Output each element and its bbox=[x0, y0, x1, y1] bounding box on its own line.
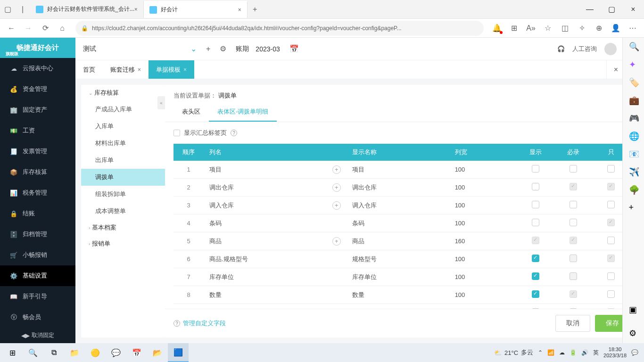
settings-icon[interactable]: ⚙ bbox=[629, 328, 638, 337]
battery-icon[interactable]: 🔋 bbox=[570, 349, 577, 356]
sidebar-item-invoice[interactable]: 🧾发票管理 bbox=[0, 141, 75, 162]
subnav-item[interactable]: 调拨单 bbox=[81, 169, 165, 186]
add-column-button[interactable]: + bbox=[332, 165, 341, 174]
avatar[interactable] bbox=[604, 43, 617, 55]
notifications-icon[interactable]: 💬 bbox=[631, 349, 638, 356]
home-button[interactable]: ⌂ bbox=[55, 21, 70, 36]
extensions-icon[interactable]: ⊞ bbox=[506, 21, 521, 36]
task-view-button[interactable]: ⧉ bbox=[43, 343, 64, 362]
url-bar[interactable]: 🔒 https://cloud2.chanjet.com/accounting/… bbox=[75, 21, 484, 36]
search-icon[interactable]: 🔍 bbox=[629, 41, 638, 51]
org-selector[interactable]: 测试 bbox=[83, 45, 96, 53]
new-tab-button[interactable]: + bbox=[248, 1, 263, 18]
add-column-button[interactable]: + bbox=[332, 237, 341, 246]
width-cell[interactable]: 100 bbox=[449, 197, 517, 214]
subtab-body[interactable]: 表体区-调拨单明细 bbox=[209, 103, 277, 122]
weather-widget[interactable]: ⛅ 21°C 多云 bbox=[494, 348, 533, 357]
sidebar-unpin[interactable]: ◀▶ 取消固定 bbox=[0, 328, 75, 343]
refresh-button[interactable]: ⟳ bbox=[38, 21, 53, 36]
folder-app-icon[interactable]: 📂 bbox=[147, 343, 168, 362]
close-icon[interactable]: × bbox=[134, 6, 138, 13]
games-icon[interactable]: 🎮 bbox=[629, 113, 638, 123]
chrome-app-icon[interactable]: 🟡 bbox=[85, 343, 106, 362]
cancel-button[interactable]: 取消 bbox=[555, 315, 590, 332]
dispname-cell[interactable]: 调入仓库 bbox=[347, 197, 449, 214]
subnav-item[interactable]: 出库单 bbox=[81, 152, 165, 169]
collections-icon[interactable]: ✧ bbox=[574, 21, 589, 36]
subnav-group-header[interactable]: ›基本档案 bbox=[81, 220, 165, 236]
collapse-panel-icon[interactable]: ▣ bbox=[629, 304, 638, 314]
subnav-group-header[interactable]: ›报销单 bbox=[81, 236, 165, 252]
profile-icon[interactable]: 👤 bbox=[608, 21, 623, 36]
subnav-item[interactable]: 组装拆卸单 bbox=[81, 186, 165, 203]
width-cell[interactable]: 100 bbox=[449, 286, 517, 304]
outlook-icon[interactable]: 📧 bbox=[629, 149, 638, 158]
checkbox[interactable] bbox=[532, 165, 539, 173]
read-aloud-icon[interactable]: A» bbox=[523, 21, 538, 36]
checkbox[interactable] bbox=[532, 255, 539, 262]
help-icon[interactable]: ? bbox=[231, 130, 237, 136]
custom-fields-link[interactable]: ? 管理自定义字段 bbox=[173, 319, 226, 328]
period-value[interactable]: 2023-03 bbox=[256, 45, 280, 53]
checkbox[interactable] bbox=[532, 290, 539, 298]
sidebar-item-salary[interactable]: 💵工资 bbox=[0, 120, 75, 141]
subtab-header[interactable]: 表头区 bbox=[173, 103, 209, 122]
ime-indicator[interactable]: 英 bbox=[593, 349, 599, 357]
clock[interactable]: 18:30 2023/3/18 bbox=[603, 346, 627, 359]
checkbox[interactable] bbox=[607, 237, 615, 244]
checkbox[interactable] bbox=[607, 201, 615, 208]
explorer-app-icon[interactable]: 📁 bbox=[64, 343, 85, 362]
checkbox[interactable] bbox=[570, 308, 577, 309]
page-tab[interactable]: 单据模板× bbox=[149, 60, 194, 79]
browser-tab-1[interactable]: 好会计云财务软件管理系统_会计... × bbox=[30, 1, 144, 18]
sidebar-item-settings[interactable]: ⚙️基础设置 bbox=[0, 265, 75, 286]
dispname-cell[interactable]: 条码 bbox=[347, 214, 449, 232]
collections2-icon[interactable]: ⊕ bbox=[591, 21, 606, 36]
collapse-subnav-button[interactable]: « bbox=[157, 96, 165, 109]
dispname-cell[interactable]: 调出仓库 bbox=[347, 179, 449, 197]
width-cell[interactable]: 100 bbox=[449, 179, 517, 197]
close-icon[interactable]: × bbox=[183, 66, 187, 73]
subnav-item[interactable]: 产成品入库单 bbox=[81, 101, 165, 118]
sidebar-item-reimburse[interactable]: 🛒小畅报销 bbox=[0, 245, 75, 265]
checkbox[interactable] bbox=[607, 272, 615, 280]
back-button[interactable]: ← bbox=[4, 21, 19, 36]
gear-icon[interactable]: ⚙ bbox=[220, 44, 226, 53]
width-cell[interactable]: 100 bbox=[449, 250, 517, 268]
edge-logo-icon[interactable]: 🌐 bbox=[629, 131, 638, 140]
send-icon[interactable]: ✈️ bbox=[629, 167, 638, 176]
tree-icon[interactable]: 🌳 bbox=[629, 185, 638, 194]
sidebar-item-tax[interactable]: 📊税务管理 bbox=[0, 182, 75, 203]
browser-tab-2[interactable]: 好会计 × bbox=[144, 1, 248, 18]
consult-link[interactable]: 人工咨询 bbox=[572, 45, 597, 53]
favorite-icon[interactable]: ☆ bbox=[540, 21, 555, 36]
width-cell[interactable]: 160 bbox=[449, 232, 517, 250]
wifi-icon[interactable]: 📶 bbox=[547, 349, 554, 356]
checkbox[interactable] bbox=[532, 219, 539, 226]
checkbox[interactable] bbox=[570, 165, 577, 173]
split-icon[interactable]: ◫ bbox=[557, 21, 572, 36]
calendar-icon[interactable]: 📅 bbox=[289, 44, 299, 53]
sidebar-item-close[interactable]: 🔒结账 bbox=[0, 203, 75, 224]
add-icon[interactable]: + bbox=[206, 45, 210, 53]
width-cell[interactable]: 100 bbox=[449, 304, 517, 309]
wechat-app-icon[interactable]: 💬 bbox=[106, 343, 126, 362]
width-cell[interactable]: 100 bbox=[449, 214, 517, 232]
close-icon[interactable]: × bbox=[138, 66, 141, 73]
checkbox[interactable] bbox=[570, 219, 577, 226]
shopping-icon[interactable]: 🏷️ bbox=[629, 77, 638, 87]
page-tab[interactable]: 首页 bbox=[75, 60, 103, 79]
toolbox-icon[interactable]: 💼 bbox=[629, 95, 638, 105]
width-cell[interactable]: 100 bbox=[449, 268, 517, 286]
show-summary-checkbox[interactable] bbox=[173, 130, 180, 136]
close-window-button[interactable]: × bbox=[622, 0, 644, 19]
checkbox[interactable] bbox=[532, 272, 539, 280]
search-button[interactable]: 🔍 bbox=[23, 343, 43, 362]
minimize-button[interactable]: — bbox=[579, 0, 601, 19]
page-tab[interactable]: 账套迁移× bbox=[103, 60, 149, 79]
dispname-cell[interactable]: 包装数量 bbox=[347, 304, 449, 309]
dispname-cell[interactable]: 库存单位 bbox=[347, 268, 449, 286]
sidebar-item-inventory[interactable]: 📦库存核算 bbox=[0, 162, 75, 182]
checkbox[interactable] bbox=[607, 290, 615, 298]
close-icon[interactable]: × bbox=[238, 7, 241, 13]
